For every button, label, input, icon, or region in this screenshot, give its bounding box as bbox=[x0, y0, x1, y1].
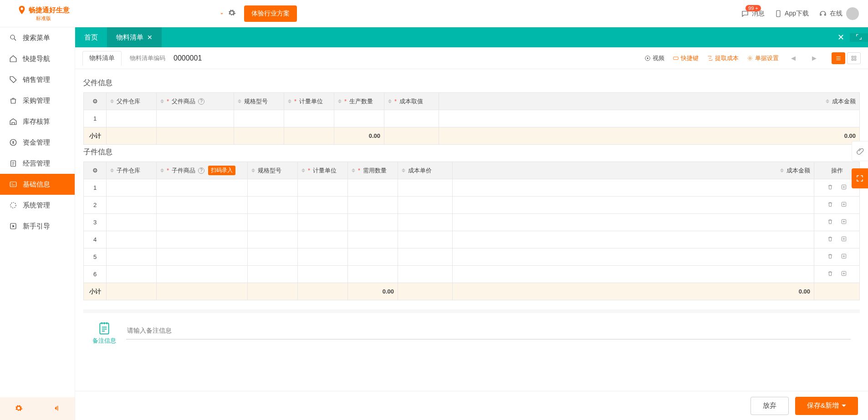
content-scroll[interactable]: 父件信息 ⚙ 父件仓库 *父件商品? 规格型号 *计量单位 *生产数量 bbox=[75, 69, 868, 391]
svg-rect-13 bbox=[854, 59, 856, 61]
sidebar-item-guide[interactable]: 新手引导 bbox=[0, 216, 75, 237]
tabs-expand-button[interactable] bbox=[850, 33, 868, 42]
row-add-button[interactable] bbox=[841, 253, 847, 261]
help-icon[interactable]: ? bbox=[198, 98, 204, 105]
sidebar-item-system[interactable]: 系统管理 bbox=[0, 195, 75, 216]
remark-input[interactable] bbox=[126, 321, 851, 339]
sort-icon bbox=[780, 167, 785, 174]
col-child-warehouse[interactable]: 子件仓库 bbox=[107, 162, 157, 179]
form-title-tab[interactable]: 物料清单 bbox=[82, 51, 122, 66]
view-card-button[interactable] bbox=[847, 52, 861, 64]
save-and-new-button[interactable]: 保存&新增 bbox=[795, 397, 858, 415]
plus-square-icon bbox=[841, 184, 847, 190]
fullscreen-rail-button[interactable] bbox=[852, 168, 868, 188]
gear-icon bbox=[15, 404, 23, 412]
table-row[interactable]: 5 bbox=[84, 248, 860, 266]
column-settings-button[interactable]: ⚙ bbox=[84, 162, 107, 179]
column-settings-button[interactable]: ⚙ bbox=[84, 93, 107, 110]
sidebar-item-quicknav[interactable]: 快捷导航 bbox=[0, 48, 75, 69]
sidebar-collapse-button[interactable] bbox=[52, 404, 60, 414]
sidebar-item-label: 基础信息 bbox=[23, 180, 50, 189]
play-circle-icon bbox=[644, 55, 651, 61]
sidebar-item-label: 采购管理 bbox=[23, 96, 50, 105]
col-parent-cost-basis[interactable]: *成本取值 bbox=[384, 93, 439, 110]
close-icon[interactable]: ✕ bbox=[147, 34, 153, 41]
video-link[interactable]: 视频 bbox=[644, 54, 664, 62]
row-add-button[interactable] bbox=[841, 184, 847, 192]
sidebar-item-inventory[interactable]: 库存核算 bbox=[0, 111, 75, 132]
chevron-down-icon bbox=[219, 10, 225, 17]
table-row[interactable]: 4 bbox=[84, 231, 860, 248]
col-parent-cost-amount[interactable]: 成本金额 bbox=[439, 93, 860, 110]
col-child-unit[interactable]: *计量单位 bbox=[298, 162, 348, 179]
row-delete-button[interactable] bbox=[827, 201, 833, 209]
plus-square-icon bbox=[841, 201, 847, 207]
table-row[interactable]: 2 bbox=[84, 197, 860, 214]
sidebar-item-purchase[interactable]: 采购管理 bbox=[0, 90, 75, 111]
row-add-button[interactable] bbox=[841, 236, 847, 243]
online-support-button[interactable]: 在线 bbox=[819, 10, 842, 18]
brand-block: 畅捷通好生意 标准版 bbox=[9, 5, 77, 22]
col-parent-unit[interactable]: *计量单位 bbox=[284, 93, 334, 110]
messages-button[interactable]: 99 + 消息 bbox=[741, 10, 765, 18]
row-add-button[interactable] bbox=[841, 270, 847, 278]
remark-label: 备注信息 bbox=[92, 337, 116, 345]
row-add-button[interactable] bbox=[841, 201, 847, 209]
tabs-close-all-button[interactable]: ✕ bbox=[832, 32, 850, 42]
table-row[interactable]: 3 bbox=[84, 214, 860, 231]
col-parent-product[interactable]: *父件商品? bbox=[157, 93, 234, 110]
tab-home[interactable]: 首页 bbox=[75, 27, 107, 47]
col-child-product[interactable]: *子件商品?扫码录入 bbox=[157, 162, 248, 179]
main-area: 首页 物料清单 ✕ ✕ 物料清单 物料清单编码 0000001 bbox=[75, 27, 868, 420]
industry-experience-button[interactable]: 体验行业方案 bbox=[244, 5, 297, 22]
avatar[interactable] bbox=[846, 7, 859, 20]
scan-input-tag[interactable]: 扫码录入 bbox=[208, 166, 235, 175]
col-child-spec[interactable]: 规格型号 bbox=[248, 162, 298, 179]
sidebar-item-search[interactable]: 搜索菜单 bbox=[0, 27, 75, 48]
org-selector[interactable] bbox=[96, 6, 225, 21]
prev-record-button[interactable]: ◀ bbox=[787, 52, 800, 65]
row-delete-button[interactable] bbox=[827, 253, 833, 261]
extract-cost-link[interactable]: 提取成本 bbox=[707, 54, 739, 62]
attachment-rail-button[interactable] bbox=[852, 141, 868, 161]
row-delete-button[interactable] bbox=[827, 184, 833, 192]
svg-rect-11 bbox=[854, 56, 856, 58]
help-icon[interactable]: ? bbox=[198, 167, 204, 174]
sidebar-item-baseinfo[interactable]: 基础信息 bbox=[0, 174, 75, 195]
col-parent-warehouse[interactable]: 父件仓库 bbox=[107, 93, 157, 110]
app-download-button[interactable]: App下载 bbox=[775, 10, 809, 18]
org-input[interactable] bbox=[96, 6, 214, 21]
table-row[interactable]: 1 bbox=[84, 179, 860, 197]
row-delete-button[interactable] bbox=[827, 270, 833, 278]
tab-label: 首页 bbox=[84, 33, 98, 42]
col-child-need-qty[interactable]: *需用数量 bbox=[348, 162, 398, 179]
row-add-button[interactable] bbox=[841, 218, 847, 226]
sidebar-item-operation[interactable]: 经营管理 bbox=[0, 153, 75, 174]
row-delete-button[interactable] bbox=[827, 236, 833, 243]
online-label: 在线 bbox=[830, 10, 842, 18]
headset-icon bbox=[819, 10, 827, 18]
view-list-button[interactable] bbox=[832, 52, 845, 64]
bill-settings-link[interactable]: 单据设置 bbox=[747, 54, 779, 62]
sidebar-item-sales[interactable]: 销售管理 bbox=[0, 69, 75, 90]
sidebar-settings-button[interactable] bbox=[15, 404, 23, 414]
next-record-button[interactable]: ▶ bbox=[808, 52, 821, 65]
sidebar-item-fund[interactable]: 资金管理 bbox=[0, 132, 75, 153]
table-row[interactable]: 1 bbox=[84, 110, 860, 127]
table-row[interactable]: 6 bbox=[84, 266, 860, 283]
sidebar-item-label: 库存核算 bbox=[23, 117, 50, 126]
sort-icon bbox=[402, 167, 406, 174]
sort-icon bbox=[388, 98, 393, 105]
footer-bar: 放弃 保存&新增 bbox=[75, 391, 868, 420]
col-parent-qty[interactable]: *生产数量 bbox=[334, 93, 384, 110]
col-parent-spec[interactable]: 规格型号 bbox=[234, 93, 284, 110]
col-child-unit-cost[interactable]: 成本单价 bbox=[398, 162, 453, 179]
col-child-cost-amount[interactable]: 成本金额 bbox=[453, 162, 814, 179]
shortcut-link[interactable]: 快捷键 bbox=[673, 54, 699, 62]
tab-bom[interactable]: 物料清单 ✕ bbox=[107, 27, 162, 47]
form-header: 物料清单 物料清单编码 0000001 视频 快捷键 提取成本 bbox=[75, 47, 868, 69]
discard-button[interactable]: 放弃 bbox=[751, 397, 789, 415]
row-delete-button[interactable] bbox=[827, 218, 833, 226]
header-settings-button[interactable] bbox=[228, 9, 236, 18]
clipboard-icon bbox=[9, 159, 17, 167]
